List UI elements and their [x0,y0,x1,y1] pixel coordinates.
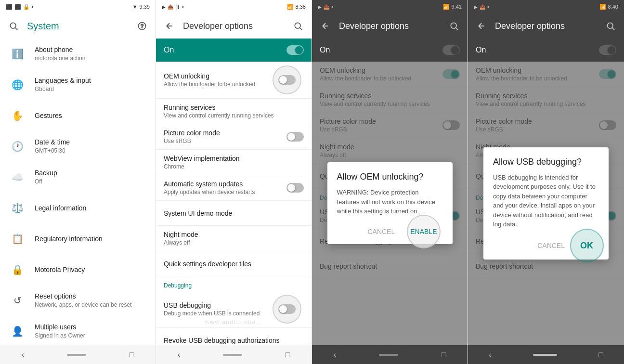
system-search-btn[interactable] [8,20,19,32]
nav-bar-r1: ‹ □ [312,345,468,364]
usb-title-mid: USB debugging [164,301,270,309]
backup-icon: ☁️ [8,168,27,187]
setting-regulatory[interactable]: 📋 Regulatory information [0,223,156,254]
dev-item-usb-mid[interactable]: USB debugging Debug mode when USB is con… [156,291,312,328]
users-content: Multiple users Signed in as Owner [35,323,148,340]
dot-icon: • [32,4,34,10]
datetime-title: Date & time [35,138,148,146]
dev-on-bar-r1: On [312,39,468,62]
legal-title: Legal information [35,204,148,212]
status-bar-r2: ▶ 📤 • 📶 8:40 [468,0,624,13]
privacy-icon: 🔒 [8,260,27,279]
dev-back-btn-mid[interactable] [164,20,175,32]
backup-content: Backup Off [35,169,148,186]
nav-back-btn[interactable]: ‹ [22,351,24,359]
night-content-mid: Night mode Always off [164,231,304,246]
running-subtitle-mid: View and control currently running servi… [164,112,304,119]
setting-motorola-privacy[interactable]: 🔒 Motorola Privacy [0,254,156,285]
setting-about-phone[interactable]: ℹ️ About phone motorola one action [0,39,156,69]
usb-ok-btn[interactable]: OK [574,237,599,255]
dev-item-picture-mid[interactable]: Picture color mode Use sRGB [156,124,312,150]
svg-point-0 [10,23,16,28]
dev-title-r1: Developer options [339,21,441,31]
dev-item-autoupdate-mid[interactable]: Automatic system updates Apply updates w… [156,175,312,201]
dev-search-btn-r1[interactable] [448,20,460,32]
nav-recents-r1[interactable]: □ [442,351,446,359]
autoupdate-subtitle-mid: Apply updates when device restarts [164,189,286,195]
dev-item-webview-mid[interactable]: WebView implementation Chrome [156,150,312,175]
setting-datetime[interactable]: 🕐 Date & time GMT+05:30 [0,131,156,162]
panel-developer-mid: ▶ 📤 ⏸ • 📶 8:38 Developer options On OEM … [156,0,312,364]
reset-icon: ↺ [8,291,27,310]
dev-search-btn-mid[interactable] [292,20,304,32]
svg-point-8 [607,23,613,28]
autoupdate-content-mid: Automatic system updates Apply updates w… [164,180,286,195]
nav-home-pill [67,354,86,356]
setting-reset[interactable]: ↺ Reset options Network, apps, or device… [0,285,156,316]
dev-item-oem-mid[interactable]: OEM unlocking Allow the bootloader to be… [156,62,312,99]
oem-enable-btn[interactable]: Enable [404,224,442,239]
status-bar-left: ⬛ ⬛ 🔒 • ▼ 9:39 [0,0,156,13]
dev-item-quicksettings-mid[interactable]: Quick settings developer tiles [156,251,312,276]
usb-dialog-body: USB debugging is intended for developmen… [493,173,599,229]
dev-back-btn-r1[interactable] [320,20,331,32]
dev-on-toggle-r2[interactable] [599,45,616,55]
dev-item-night-mid[interactable]: Night mode Always off [156,226,312,251]
notification2-icon: ⬛ [14,4,21,10]
webview-subtitle-mid: Chrome [164,163,304,170]
time-r1: 9:41 [452,4,462,10]
revoke-title-mid: Revoke USB debugging authorizations [164,337,304,344]
about-phone-content: About phone motorola one action [35,45,148,63]
developer-list-r1: OEM unlocking Allow the bootloader to be… [312,62,468,345]
dev-search-btn-r2[interactable] [605,20,616,32]
reset-subtitle: Network, apps, or device can be reset [35,301,148,309]
webview-content-mid: WebView implementation Chrome [164,155,304,170]
nav-back-r2[interactable]: ‹ [489,351,491,359]
demo-title-mid: System UI demo mode [164,209,304,217]
oem-toggle-mid[interactable] [278,75,296,85]
usb-dialog-actions: Cancel OK [493,237,599,255]
oem-cancel-btn[interactable]: Cancel [362,224,401,239]
system-help-btn[interactable]: ? [136,20,148,32]
notif-icon-mid: ▶ [162,4,166,10]
status-right-r1: 📶 9:41 [443,4,462,10]
dev-on-toggle-r1[interactable] [442,45,460,55]
dev-item-running-mid[interactable]: Running services View and control curren… [156,99,312,124]
panel-developer-right1: ▶ 📤 • 📶 9:41 Developer options On OEM un… [312,0,468,364]
system-settings-list: ℹ️ About phone motorola one action 🌐 Lan… [0,39,156,345]
nav-back-mid[interactable]: ‹ [178,351,180,359]
setting-gestures[interactable]: ✋ Gestures [0,100,156,131]
dev-on-toggle-mid[interactable] [286,45,304,55]
usb-dialog-title: Allow USB debugging? [493,157,599,167]
dev-back-btn-r2[interactable] [476,20,487,32]
setting-legal[interactable]: ⚖️ Legal information [0,193,156,223]
picture-toggle-mid[interactable] [286,132,304,142]
usb-cancel-btn[interactable]: Cancel [532,237,571,255]
languages-icon: 🌐 [8,75,27,94]
backup-subtitle: Off [35,178,148,186]
svg-point-6 [451,23,456,28]
wifi-r1-icon: 📶 [443,4,450,10]
oem-circle-highlight [273,65,301,94]
nav-recents-btn[interactable]: □ [130,351,134,359]
toggle-thumb-r2 [608,46,615,54]
wifi-mid-icon: 📶 [287,4,294,10]
setting-users[interactable]: 👤 Multiple users Signed in as Owner [0,316,156,345]
nav-back-r1[interactable]: ‹ [334,351,336,359]
setting-backup[interactable]: ☁️ Backup Off [0,162,156,193]
webview-title-mid: WebView implementation [164,155,304,162]
nav-recents-r2[interactable]: □ [598,351,603,359]
dev-item-revoke-mid[interactable]: Revoke USB debugging authorizations [156,328,312,345]
status-right-mid: 📶 8:38 [287,4,306,10]
dev-on-label-mid: On [164,46,174,54]
picture-subtitle-mid: Use sRGB [164,138,286,144]
users-icon: 👤 [8,322,27,341]
datetime-subtitle: GMT+05:30 [35,147,148,155]
legal-content: Legal information [35,204,148,212]
nav-recents-mid[interactable]: □ [286,351,290,359]
setting-languages[interactable]: 🌐 Languages & input Gboard [0,69,156,100]
dev-item-demo-mid[interactable]: System UI demo mode [156,201,312,226]
autoupdate-toggle-mid[interactable] [286,183,304,193]
usb-toggle-mid[interactable] [278,304,296,314]
svg-line-1 [15,28,18,30]
